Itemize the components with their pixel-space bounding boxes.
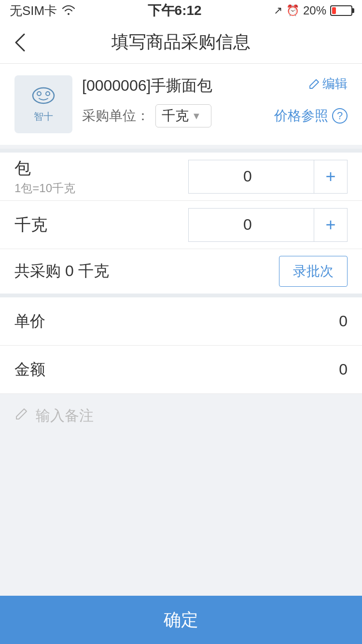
input-label-bao: 包 1包=10千克 (14, 157, 111, 196)
bottom-content-area (0, 437, 362, 592)
input-control-bao: + (188, 160, 348, 194)
unit-value: 千克 (162, 107, 189, 125)
nav-bar: 填写商品采购信息 (0, 21, 362, 64)
pencil-icon (14, 407, 28, 424)
battery-percent: 20% (303, 4, 326, 17)
confirm-button[interactable]: 确定 (0, 596, 362, 644)
location-icon: ↗ (274, 4, 282, 17)
status-right: ↗ ⏰ 20% (274, 4, 352, 17)
product-info: [0000006]手撕面包 编辑 采购单位： 千克 ▼ 价格参照 ? (82, 75, 348, 127)
alarm-icon: ⏰ (286, 4, 299, 17)
product-info-top: [0000006]手撕面包 编辑 (82, 75, 348, 97)
status-time: 下午6:12 (148, 1, 202, 20)
kg-plus-button[interactable]: + (314, 208, 348, 242)
remark-section[interactable]: 输入备注 (0, 394, 362, 437)
product-card: 智十 [0000006]手撕面包 编辑 采购单位： 千克 ▼ (0, 64, 362, 149)
price-ref-button[interactable]: 价格参照 ? (274, 107, 348, 125)
wifi-icon (62, 3, 75, 18)
product-name: [0000006]手撕面包 (82, 75, 212, 97)
price-row-unit: 单价 0 (0, 297, 362, 346)
product-info-bottom: 采购单位： 千克 ▼ 价格参照 ? (82, 104, 348, 127)
product-logo-icon (31, 86, 56, 108)
chevron-down-icon: ▼ (192, 111, 201, 122)
unit-select[interactable]: 千克 ▼ (155, 104, 211, 127)
status-left: 无SIM卡 (10, 2, 75, 19)
section-divider-1 (0, 149, 362, 153)
unit-price-value: 0 (339, 312, 348, 330)
input-section: 包 1包=10千克 + 千克 + (0, 153, 362, 249)
batch-button[interactable]: 录批次 (279, 256, 348, 287)
kg-input[interactable] (188, 208, 314, 242)
unit-bao-label: 包 (14, 157, 111, 180)
bao-plus-button[interactable]: + (314, 160, 348, 194)
unit-row: 采购单位： 千克 ▼ (82, 104, 211, 127)
page-title: 填写商品采购信息 (111, 30, 251, 54)
product-image: 智十 (14, 75, 72, 133)
carrier-text: 无SIM卡 (10, 2, 57, 19)
bao-input[interactable] (188, 160, 314, 194)
unit-label: 采购单位： (82, 107, 150, 125)
input-control-kg: + (188, 208, 348, 242)
total-amount: 0 (65, 262, 74, 280)
unit-price-label: 单价 (14, 311, 45, 332)
confirm-button-label: 确定 (164, 608, 198, 632)
product-logo-text: 智十 (34, 110, 53, 123)
help-icon: ? (332, 108, 348, 124)
remark-placeholder: 输入备注 (36, 406, 94, 426)
amount-label: 金额 (14, 359, 45, 380)
input-row-bao: 包 1包=10千克 + (0, 153, 362, 201)
status-bar: 无SIM卡 下午6:12 ↗ ⏰ 20% (0, 0, 362, 21)
svg-point-1 (37, 92, 41, 96)
price-ref-label: 价格参照 (274, 107, 328, 125)
back-button[interactable] (14, 33, 25, 52)
price-row-amount: 金额 0 (0, 346, 362, 394)
unit-kg-label: 千克 (14, 214, 111, 236)
svg-point-0 (33, 88, 54, 103)
input-label-kg: 千克 (14, 214, 111, 236)
input-row-kg: 千克 + (0, 201, 362, 249)
svg-point-2 (46, 92, 50, 96)
total-label: 共采购 0 千克 (14, 261, 109, 282)
unit-bao-sublabel: 1包=10千克 (14, 181, 111, 196)
edit-button[interactable]: 编辑 (309, 75, 348, 92)
battery-icon (330, 5, 352, 16)
price-section: 单价 0 金额 0 (0, 297, 362, 394)
amount-value: 0 (339, 361, 348, 378)
total-row: 共采购 0 千克 录批次 (0, 249, 362, 297)
